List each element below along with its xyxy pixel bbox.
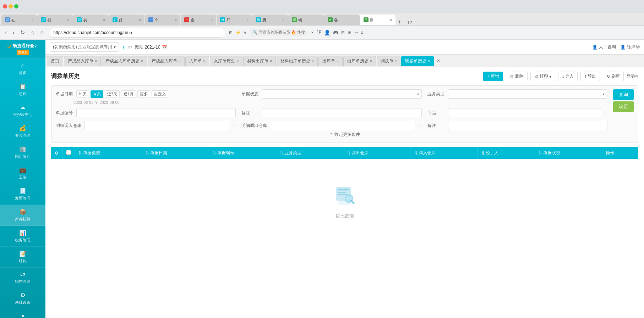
bookmark-btn[interactable]: ☆ [38, 28, 46, 37]
browser-tab-10[interactable]: 各 各 [324, 15, 360, 25]
goods-more-btn[interactable]: ··· [604, 110, 607, 115]
window-max-btn[interactable] [14, 4, 18, 9]
tab-close-1[interactable]: × [31, 18, 33, 22]
content-tab-out[interactable]: 出库单 × [318, 56, 343, 66]
date-btn-7days[interactable]: 近7天 [105, 90, 120, 98]
browser-tab-9[interactable]: 畅 畅 [288, 15, 324, 25]
select-all-checkbox[interactable] [66, 150, 71, 155]
th-out-warehouse[interactable]: ⇅ 调出仓库 [343, 147, 410, 159]
sidebar-item-invoice[interactable]: 🧾 发票管理 [0, 184, 45, 205]
browser-tab-6[interactable]: 企 企 × [181, 15, 216, 25]
user-profile-btn[interactable]: 👤 徐泽华 [620, 44, 640, 50]
date-btn-yesterday[interactable]: 昨天 [76, 90, 89, 98]
close-mat-out-tab[interactable]: × [270, 59, 272, 63]
content-tab-mat-out[interactable]: 材料出库单 × [243, 56, 276, 66]
tab-close-4[interactable]: × [139, 18, 141, 22]
date-btn-1month[interactable]: 近1月 [121, 90, 136, 98]
new-btn[interactable]: + 新增 [483, 72, 503, 81]
biz-type-select[interactable] [448, 89, 607, 99]
address-input[interactable] [49, 28, 226, 38]
detail-note-input[interactable] [448, 121, 607, 130]
tab-close-7[interactable]: × [246, 18, 249, 22]
content-tab-home[interactable]: 首页 [47, 56, 63, 66]
content-tab-out-hist[interactable]: 出库单历史 × [343, 56, 376, 66]
close-prod-in-tab[interactable]: × [95, 59, 97, 63]
tab-close-5[interactable]: × [175, 18, 177, 22]
close-all-tabs-btn[interactable]: × [435, 58, 442, 64]
sidebar-item-ledger[interactable]: 📋 总账 [0, 79, 45, 100]
close-prod-in-hist-tab[interactable]: × [141, 59, 143, 63]
tab-close-11[interactable]: × [390, 18, 392, 22]
th-handler[interactable]: ⇅ 经手人 [477, 147, 535, 159]
menu-icon[interactable]: ≡ [361, 30, 363, 35]
content-tab-prod-in2[interactable]: 产成品入库单 × [148, 56, 185, 66]
detail-out-more-btn[interactable]: ··· [418, 123, 422, 128]
sidebar-item-close[interactable]: 📝 结账 [0, 247, 45, 268]
home-btn[interactable]: ⌂ [29, 28, 36, 37]
user-service-btn[interactable]: 👤 人工咨询 [592, 44, 616, 50]
date-btn-today[interactable]: 今天 [91, 90, 103, 98]
close-in-tab[interactable]: × [203, 59, 206, 63]
tab-close-3[interactable]: × [103, 18, 105, 22]
th-doc-number[interactable]: ⇅ 单据编号 [209, 147, 276, 159]
settings-filter-btn[interactable]: 设置 [613, 101, 634, 112]
content-tab-transfer-hist[interactable]: 调拨单历史 × [401, 56, 434, 66]
company-selector[interactable]: (勿删勿禁用) 江西服宝测试专用 ▾ [50, 42, 119, 52]
close-in-hist-tab[interactable]: × [236, 59, 239, 63]
sidebar-item-wages[interactable]: 💼 工资 [0, 163, 45, 184]
close-mat-out-hist-tab[interactable]: × [312, 59, 314, 63]
browser-tab-7[interactable]: 好 好 × [217, 15, 252, 25]
detail-out-input[interactable] [270, 121, 415, 130]
translate-icon[interactable]: 译 [317, 29, 321, 35]
browser-tab-11[interactable]: 目 目 × [360, 15, 395, 25]
extensions-icon[interactable]: ⊞ [229, 30, 233, 35]
new-company-btn[interactable]: + [122, 44, 125, 50]
close-prod-in2-tab[interactable]: × [179, 59, 181, 63]
search-bar[interactable]: 🔍 学霸应聘场驱鸟员 🔥 热搜 [250, 29, 308, 36]
tab-close-8[interactable]: × [282, 18, 284, 22]
window-close-btn[interactable] [3, 4, 7, 9]
import-btn[interactable]: ⤵ 导入 [558, 72, 578, 81]
status-select[interactable] [262, 89, 421, 99]
content-tab-mat-out-hist[interactable]: 材料出库单历史 × [277, 56, 318, 66]
detail-in-more-btn[interactable]: ··· [232, 123, 236, 128]
tab-close-2[interactable]: × [67, 18, 69, 22]
th-doc-status[interactable]: ⇅ 单据状态 [535, 147, 602, 159]
browser-tab-5[interactable]: 个 个 × [145, 15, 180, 25]
content-tab-prod-in[interactable]: 产成品入库单 × [64, 56, 101, 66]
sidebar-item-inventory[interactable]: 📦 库存核算 [0, 205, 45, 226]
delete-btn[interactable]: 🗑 删除 [506, 72, 528, 81]
scissors-icon[interactable]: ✂ [311, 30, 314, 35]
sidebar-item-guide[interactable]: ✦ 新手引导 [0, 309, 45, 318]
doc-number-input[interactable] [76, 108, 236, 117]
collapse-filter-btn[interactable]: ⌃ 收起更多条件 [56, 130, 634, 139]
back-btn[interactable]: ‹ [4, 28, 8, 37]
sidebar-item-home[interactable]: ⌂ 首页 [0, 59, 45, 79]
sidebar-item-tax[interactable]: 📊 税务管理 [0, 226, 45, 247]
goods-input[interactable] [448, 108, 601, 117]
dropdown-icon[interactable]: ∨ [244, 30, 247, 35]
period-value[interactable]: 2021-10 [145, 45, 160, 50]
grid-icon[interactable]: ⊞ [341, 30, 345, 35]
browser-tab-1[interactable]: 新 在 × [1, 15, 37, 25]
tab-close-6[interactable]: × [211, 18, 213, 22]
forward-btn[interactable]: › [11, 28, 16, 37]
browser-tab-4[interactable]: 好 好 × [109, 15, 144, 25]
window-min-btn[interactable] [9, 4, 13, 9]
content-tab-in-hist[interactable]: 入库单历史 × [210, 56, 242, 66]
new-tab-btn[interactable]: + [396, 19, 403, 25]
company-settings-icon[interactable]: ⚙ [128, 45, 132, 50]
sidebar-item-settings[interactable]: ⚙ 基础设置 [0, 288, 45, 309]
lightning-icon[interactable]: ⚡ [235, 30, 241, 35]
game-icon[interactable]: 🎮 [333, 30, 338, 35]
browser-tab-2[interactable]: 易 易 × [37, 15, 73, 25]
date-btn-more[interactable]: 更多 [137, 90, 150, 98]
close-transfer-tab[interactable]: × [395, 59, 397, 63]
show-full-btn[interactable]: 显示响 [627, 74, 638, 79]
query-btn[interactable]: 查询 [613, 89, 634, 100]
refresh-btn[interactable]: ↻ [19, 28, 26, 37]
th-biz-type[interactable]: ⇅ 业务类型 [276, 147, 343, 159]
browser-tab-3[interactable]: 易 易 × [73, 15, 109, 25]
theme-icon[interactable]: ☀ [348, 30, 351, 35]
profile-icon[interactable]: 👤 [324, 30, 330, 35]
